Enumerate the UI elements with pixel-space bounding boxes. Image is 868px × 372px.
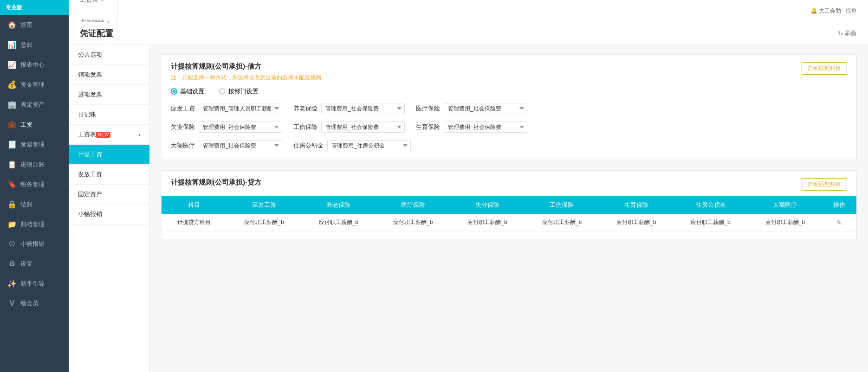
select-unemployment[interactable]: 管理费用_社会保险费 xyxy=(199,122,282,133)
th-工伤保险: 工伤保险 xyxy=(525,196,599,214)
sidebar-item-guide[interactable]: ✨新手引导 xyxy=(0,274,69,294)
page-header: 凭证配置 ↻ 刷新 xyxy=(69,22,868,45)
section2-header: 计提核算规则(公司承担)-贷方 自动匹配科目 xyxy=(162,171,856,191)
th-医疗保险: 医疗保险 xyxy=(376,196,450,214)
sidebar-item-salary[interactable]: 💼工资 xyxy=(0,115,69,135)
left-nav-label-pay_salary: 发放工资 xyxy=(78,170,102,179)
left-nav-label-sales_invoice: 销项发票 xyxy=(78,71,102,79)
select-large-medical[interactable]: 管理费用_社会保险费 xyxy=(199,140,282,151)
left-nav-sales_invoice[interactable]: 销项发票 xyxy=(69,65,149,85)
section1-header: 计提核算规则(公司承担)-借方 注：只能选择一种方式，系统将按照您当前的选择来配… xyxy=(162,55,856,87)
left-nav-public[interactable]: 公共选项 xyxy=(69,45,149,65)
field-maternity: 生育保险 管理费用_社会保险费 xyxy=(416,122,527,133)
select-pension[interactable]: 管理费用_社会保险费 xyxy=(321,103,405,114)
sidebar: 专业版 🏠首页📊总账📈报表中心💰资金管理🏢固定资产💼工资🧾发票管理📋进销台账🔖税… xyxy=(0,0,69,372)
settings-icon: ⚙ xyxy=(7,259,17,268)
chevron-payroll_table: › xyxy=(138,131,140,138)
left-nav-purchase_invoice[interactable]: 进项发票 xyxy=(69,85,149,105)
sidebar-label-xiaochang: 小畅报销 xyxy=(20,240,45,248)
sidebar-item-close[interactable]: 🔒结账 xyxy=(0,194,69,214)
left-nav-pay_salary[interactable]: 发放工资 xyxy=(69,165,149,185)
sidebar-item-sales[interactable]: 📋进销台账 xyxy=(0,154,69,174)
sidebar-item-settings[interactable]: ⚙设置 xyxy=(0,254,69,274)
sidebar-header: 专业版 xyxy=(0,0,69,15)
field-gross-salary: 应发工资 管理费用_管理人员职工薪酬 xyxy=(171,103,282,114)
sidebar-label-reports: 报表中心 xyxy=(20,61,45,69)
radio-basic[interactable]: 基础设置 xyxy=(171,87,204,96)
select-maternity[interactable]: 管理费用_社会保险费 xyxy=(444,122,527,133)
label-work-injury: 工伤保险 xyxy=(293,123,317,131)
sidebar-item-tax[interactable]: 🔖税务管理 xyxy=(0,174,69,194)
left-nav-journal[interactable]: 日记账 xyxy=(69,105,149,125)
left-nav-label-public: 公共选项 xyxy=(78,51,102,59)
td-value-0: 应付职工薪酬_b xyxy=(227,214,301,231)
sidebar-label-salary: 工资 xyxy=(20,121,32,129)
radio-basic-label: 基础设置 xyxy=(180,87,204,96)
left-nav-xiaochang_expense[interactable]: 小畅报销 xyxy=(69,205,149,224)
select-work-injury[interactable]: 管理费用_社会保险费 xyxy=(321,122,405,133)
badge-payroll_table: NEW xyxy=(96,132,110,138)
sidebar-item-funds[interactable]: 💰资金管理 xyxy=(0,75,69,95)
main-panel: 计提核算规则(公司承担)-借方 注：只能选择一种方式，系统将按照您当前的选择来配… xyxy=(150,45,868,372)
tax-icon: 🔖 xyxy=(7,180,17,189)
td-value-7: 应付职工薪酬_b xyxy=(748,214,822,231)
select-medical[interactable]: 管理费用_社会保险费 xyxy=(444,103,527,114)
page-title: 凭证配置 xyxy=(80,28,113,39)
th-失业保险: 失业保险 xyxy=(450,196,525,214)
td-action[interactable]: ✎ xyxy=(823,214,856,231)
left-nav-label-xiaochang_expense: 小畅报销 xyxy=(78,210,102,218)
main-area: 首页工资表×期末结转×凭证配置× 🔔 大工会助 徐单 凭证配置 ↻ 刷新 公共选… xyxy=(69,0,868,372)
user-info: 🔔 大工会助 徐单 xyxy=(810,7,864,15)
auto-match-button-1[interactable]: 自动匹配科目 xyxy=(802,62,847,75)
sidebar-label-settings: 设置 xyxy=(20,260,32,268)
label-housing-fund: 住房公积金 xyxy=(293,141,324,150)
select-housing-fund[interactable]: 管理费用_住房公积金 xyxy=(327,140,411,151)
tab-close-voucher_config[interactable]: × xyxy=(107,41,110,48)
tab-close-payroll[interactable]: × xyxy=(101,0,104,3)
radio-dept[interactable]: 按部门设置 xyxy=(219,87,259,96)
field-pension: 养老保险 管理费用_社会保险费 xyxy=(293,103,405,114)
sidebar-label-archive: 归档管理 xyxy=(20,220,45,229)
label-unemployment: 失业保险 xyxy=(171,123,195,131)
tab-payroll[interactable]: 工资表× xyxy=(72,0,118,11)
form-row-3: 大额医疗 管理费用_社会保险费 住房公积金 管理费用_住房公积金 xyxy=(171,140,847,151)
section-debit: 计提核算规则(公司承担)-借方 注：只能选择一种方式，系统将按照您当前的选择来配… xyxy=(161,54,857,159)
section1-note: 注：只能选择一种方式，系统将按照您当前的选择来配置规则 xyxy=(171,74,321,82)
sidebar-item-invoice_mgmt[interactable]: 🧾发票管理 xyxy=(0,135,69,154)
funds-icon: 💰 xyxy=(7,80,17,89)
th-操作: 操作 xyxy=(823,196,856,214)
sidebar-item-vip[interactable]: V畅会员 xyxy=(0,294,69,313)
sidebar-label-assets: 固定资产 xyxy=(20,101,45,109)
sidebar-label-invoice_mgmt: 发票管理 xyxy=(20,141,45,149)
invoice_mgmt-icon: 🧾 xyxy=(7,140,17,149)
th-科目: 科目 xyxy=(162,196,227,214)
sidebar-item-ledger[interactable]: 📊总账 xyxy=(0,35,69,55)
auto-match-button-2[interactable]: 自动匹配科目 xyxy=(802,178,847,191)
sidebar-item-xiaochang[interactable]: ©小畅报销 xyxy=(0,234,69,254)
label-maternity: 生育保险 xyxy=(416,123,440,131)
left-nav-fixed_assets[interactable]: 固定资产 xyxy=(69,185,149,205)
sidebar-item-reports[interactable]: 📈报表中心 xyxy=(0,55,69,75)
refresh-button[interactable]: ↻ 刷新 xyxy=(838,29,857,38)
guide-icon: ✨ xyxy=(7,279,17,288)
tab-close-period_close[interactable]: × xyxy=(107,19,110,26)
assets-icon: 🏢 xyxy=(7,100,17,109)
app-title: 专业版 xyxy=(6,4,22,12)
left-nav-label-payroll_table: 工资表 xyxy=(78,130,96,139)
edit-icon[interactable]: ✎ xyxy=(836,219,842,226)
left-nav-payroll_table[interactable]: 工资表NEW› xyxy=(69,125,149,145)
select-gross-salary[interactable]: 管理费用_管理人员职工薪酬 xyxy=(199,103,282,114)
td-value-2: 应付职工薪酬_b xyxy=(376,214,450,231)
archive-icon: 📁 xyxy=(7,220,17,229)
sidebar-item-archive[interactable]: 📁归档管理 xyxy=(0,214,69,234)
sidebar-item-assets[interactable]: 🏢固定资产 xyxy=(0,95,69,115)
td-value-6: 应付职工薪酬_b xyxy=(674,214,748,231)
sidebar-item-home[interactable]: 🏠首页 xyxy=(0,15,69,35)
form-row-2: 失业保险 管理费用_社会保险费 工伤保险 管理费用_社会保险费 xyxy=(171,122,847,133)
label-pension: 养老保险 xyxy=(293,104,317,113)
salary-icon: 💼 xyxy=(7,120,17,129)
field-medical: 医疗保险 管理费用_社会保险费 xyxy=(416,103,527,114)
left-nav-calc_salary[interactable]: 计提工资 xyxy=(69,145,149,165)
vip-icon: V xyxy=(7,299,17,308)
left-nav-label-calc_salary: 计提工资 xyxy=(78,150,102,159)
